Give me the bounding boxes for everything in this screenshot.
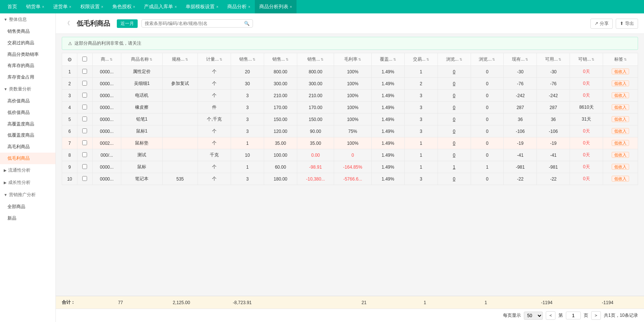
col-unit[interactable]: 计量...⇅ [198,53,231,66]
page-number-input[interactable] [566,312,581,319]
col-browse1[interactable]: 浏览...⇅ [438,53,471,66]
cell-checkbox[interactable] [77,161,93,173]
cell-checkbox[interactable] [77,125,93,137]
per-page-select[interactable]: 50 20 100 [524,312,543,320]
cell-sellable: 0天 [570,125,603,137]
col-trade[interactable]: 交易...⇅ [404,53,438,66]
close-product-entry-icon[interactable]: × [174,5,177,9]
cell-browse1[interactable]: 1 [438,161,471,173]
sidebar-item-stock-capital[interactable]: 库存资金占用 [0,71,55,83]
close-role-auth-icon[interactable]: × [133,5,135,9]
col-coverage[interactable]: 覆盖...⇅ [371,53,404,66]
close-permissions-icon[interactable]: × [101,5,103,9]
col-code[interactable]: 商...⇅ [92,53,121,66]
sidebar-item-traded-products[interactable]: 交易过的商品 [0,37,55,49]
cell-browse1[interactable]: 0 [438,149,471,161]
cell-browse1[interactable]: 0 [438,173,471,185]
nav-product-analysis-list[interactable]: 商品分析列表 × [255,0,297,13]
cell-name[interactable]: 电话机 [121,90,163,102]
col-gross-rate[interactable]: 毛利率⇅ [334,53,371,66]
cell-name[interactable]: 橡皮擦 [121,102,163,114]
col-sales-amount[interactable]: 销售...⇅ [297,53,334,66]
nav-purchase-order[interactable]: 进货单 × [49,0,76,13]
nav-home[interactable]: 首页 [3,0,22,13]
sidebar-section-growth[interactable]: ▶ 成长性分析 [0,176,55,189]
col-name[interactable]: 商品名称⇅ [121,53,163,66]
settings-icon[interactable]: ⚙ [67,57,72,63]
cell-name[interactable]: 鼠标 [121,161,163,173]
col-checkbox[interactable] [77,53,93,66]
cell-checkbox[interactable] [77,114,93,125]
close-product-analysis-icon[interactable]: × [248,5,250,9]
sidebar-item-high-margin[interactable]: 高毛利商品 [0,141,55,153]
search-icon[interactable]: 🔍 [244,21,250,26]
cell-checkbox[interactable] [77,90,93,102]
sidebar-item-new-products[interactable]: 新品 [0,213,55,224]
col-available[interactable]: 可用...⇅ [537,53,570,66]
nav-product-entry[interactable]: 产成品入库单 × [140,0,181,13]
next-page-button[interactable]: ＞ [591,311,601,320]
col-sales-price[interactable]: 销售...⇅ [264,53,297,66]
sidebar-section-liquidity[interactable]: ▶ 流通性分析 [0,164,55,176]
search-box[interactable]: 🔍 [141,19,253,28]
nav-sales-order[interactable]: 销货单 × [22,0,49,13]
cell-browse1[interactable]: 0 [438,102,471,114]
sidebar-section-quantity[interactable]: ▼ 类数量分析 [0,83,55,95]
col-spec[interactable]: 规格...⇅ [162,53,198,66]
cell-name[interactable]: 鼠标垫 [121,137,163,149]
cell-checkbox[interactable] [77,78,93,90]
prev-page-button[interactable]: ＜ [546,311,555,320]
cell-checkbox[interactable] [77,66,93,78]
cell-browse1[interactable]: 0 [438,137,471,149]
cell-checkbox[interactable] [77,102,93,114]
col-sellable[interactable]: 可销...⇅ [570,53,603,66]
cell-browse1[interactable]: 0 [438,78,471,90]
sidebar-section-marketing[interactable]: ▼ 营销推广分析 [0,189,55,201]
cell-checkbox[interactable] [77,173,93,185]
nav-role-auth[interactable]: 角色授权 × [108,0,140,13]
sidebar-item-all-products[interactable]: 全部商品 [0,201,55,213]
sidebar-item-low-margin[interactable]: 低毛利商品 [0,153,55,164]
date-filter-button[interactable]: 近一月 [117,19,138,28]
cell-name[interactable]: 铅笔1 [121,114,163,125]
col-browse2[interactable]: 浏览...⇅ [471,53,504,66]
col-settings[interactable]: ⚙ [62,53,77,66]
cell-name[interactable]: 属性定价 [121,66,163,78]
nav-template-settings[interactable]: 单据模板设置 × [181,0,223,13]
sidebar-section-overall[interactable]: ▼ 整体信息 [0,13,55,26]
select-all-checkbox[interactable] [82,57,87,61]
col-sales-qty[interactable]: 销售...⇅ [231,53,264,66]
sidebar-item-low-coverage[interactable]: 低覆盖度商品 [0,130,55,141]
cell-sellable: 0天 [570,78,603,90]
nav-permissions[interactable]: 权限设置 × [76,0,108,13]
close-purchase-order-icon[interactable]: × [69,5,71,9]
cell-name[interactable]: 吴细细1 [121,78,163,90]
nav-product-analysis[interactable]: 商品分析 × [223,0,255,13]
cell-sales-qty: 1 [231,161,264,173]
share-button[interactable]: ↗ 分享 [590,19,613,29]
search-input[interactable] [145,21,244,26]
sidebar-item-high-coverage[interactable]: 高覆盖度商品 [0,118,55,130]
sidebar-item-category-sales-rate[interactable]: 商品分类助销率 [0,49,55,60]
cell-gross-rate: 100% [334,137,371,149]
cell-browse1[interactable]: 0 [438,114,471,125]
cell-browse1[interactable]: 0 [438,125,471,137]
sidebar-item-low-value[interactable]: 低价值商品 [0,107,55,118]
cell-browse1[interactable]: 0 [438,66,471,78]
sidebar-collapse-button[interactable]: 《 [62,17,73,30]
sidebar-item-sales-products[interactable]: 销售类商品 [0,26,55,37]
export-button[interactable]: ⬆ 导出 [616,19,638,29]
close-product-analysis-list-icon[interactable]: × [290,5,292,9]
cell-checkbox[interactable] [77,149,93,161]
sidebar-item-high-value[interactable]: 高价值商品 [0,95,55,107]
cell-browse1[interactable]: 0 [438,90,471,102]
close-sales-order-icon[interactable]: × [42,5,44,9]
col-current-stock[interactable]: 现有...⇅ [504,53,537,66]
sidebar-item-in-stock-products[interactable]: 有库存的商品 [0,60,55,71]
cell-name[interactable]: 笔记本 [121,173,163,185]
col-tag[interactable]: 标签⇅ [603,53,638,66]
cell-name[interactable]: 测试 [121,149,163,161]
close-template-settings-icon[interactable]: × [216,5,218,9]
cell-name[interactable]: 鼠标1 [121,125,163,137]
cell-checkbox[interactable] [77,137,93,149]
